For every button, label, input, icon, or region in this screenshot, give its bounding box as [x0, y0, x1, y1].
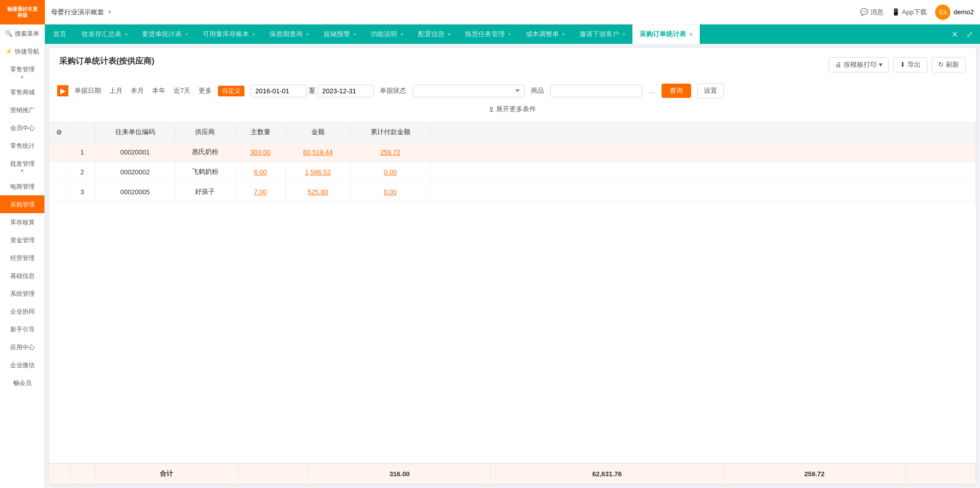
tab-order-stats[interactable]: 要货单统计表 ×	[135, 24, 195, 44]
user-profile[interactable]: Ea demo2	[935, 5, 974, 20]
tab-receive-send[interactable]: 收发存汇总表 ×	[75, 24, 135, 44]
tab-available-inv-close[interactable]: ×	[252, 31, 255, 37]
tab-overstock-warning[interactable]: 超储预警 ×	[316, 24, 363, 44]
query-button[interactable]: 查询	[662, 84, 691, 98]
workspace-dropdown-icon[interactable]: ▾	[108, 9, 111, 15]
tab-overstock-warning-close[interactable]: ×	[353, 31, 356, 37]
tab-config-info-close[interactable]: ×	[448, 31, 451, 37]
sidebar-item-finance-mgmt[interactable]: 资金管理	[0, 231, 44, 249]
footer-cum-paid: 259.72	[804, 470, 825, 478]
filter-collapse-button[interactable]: ▶	[57, 85, 68, 96]
tab-receive-send-close[interactable]: ×	[125, 31, 128, 37]
filter-row1: ▶ 单据日期 上月 本月 本年 近7天 更多 自定义 至	[57, 83, 968, 98]
tab-purchase-order-stats[interactable]: 采购订单统计表 ×	[632, 24, 699, 44]
sidebar-item-member-center[interactable]: 会员中心	[0, 119, 44, 137]
date-shortcut-last-month[interactable]: 上月	[107, 85, 125, 96]
sidebar-item-wholesale-mgmt[interactable]: 批发管理 ▼	[0, 155, 44, 177]
tab-invite-downstream[interactable]: 邀请下游客户 ×	[572, 24, 632, 44]
table-row: 2 00020002 飞鹤奶粉 6.00 1,586.52 0.00	[49, 162, 976, 182]
status-label: 单据状态	[380, 86, 406, 95]
tab-func-desc[interactable]: 功能说明 ×	[363, 24, 410, 44]
footer-amount: 62,631.76	[592, 470, 622, 478]
amount-link-3[interactable]: 525.80	[308, 188, 328, 196]
sidebar-item-marketing[interactable]: 营销推广	[0, 101, 44, 119]
tab-pick-task[interactable]: 拣货任务管理 ×	[458, 24, 518, 44]
date-custom-tag[interactable]: 自定义	[218, 86, 244, 96]
sidebar-item-enterprise-wechat[interactable]: 企业微信	[0, 356, 44, 374]
sidebar-item-new-guide[interactable]: 新手引导	[0, 320, 44, 338]
template-print-label: 按模板打印	[844, 60, 877, 69]
table-container: ⚙ 往来单位编码 供应商 主数量 金额 累计付款金额	[49, 122, 976, 463]
sidebar-item-ops-mgmt[interactable]: 经营管理	[0, 249, 44, 267]
sidebar-item-enterprise-collab[interactable]: 企业协同	[0, 302, 44, 320]
app-download-icon: 📱	[892, 8, 900, 16]
printer-icon: 🖨	[835, 61, 842, 68]
sidebar-item-retail-stats[interactable]: 零售统计	[0, 137, 44, 155]
tab-func-desc-close[interactable]: ×	[400, 31, 403, 37]
date-shortcut-more[interactable]: 更多	[197, 85, 214, 96]
sidebar-search[interactable]: 🔍 搜索菜单	[0, 24, 44, 42]
col-supplier: 供应商	[175, 122, 235, 142]
date-to-input[interactable]	[317, 85, 374, 97]
cell-extra-3	[430, 182, 975, 202]
sidebar-item-sys-mgmt[interactable]: 系统管理	[0, 285, 44, 302]
tab-cost-adjust-close[interactable]: ×	[562, 31, 565, 37]
maximize-tab-button[interactable]: ⤢	[963, 29, 976, 40]
date-from-input[interactable]	[251, 85, 307, 97]
date-separator: 至	[309, 86, 315, 95]
template-print-button[interactable]: 🖨 按模板打印 ▾	[828, 57, 889, 72]
template-print-dropdown-icon[interactable]: ▾	[879, 61, 883, 68]
table-row: 1 00020001 惠氏奶粉 303.00 60,519.44 259.72	[49, 142, 976, 162]
tab-receive-send-label: 收发存汇总表	[82, 30, 121, 39]
sidebar-item-app-center[interactable]: 应用中心	[0, 338, 44, 356]
tab-home[interactable]: 首页	[45, 24, 75, 44]
date-shortcut-last-7[interactable]: 近7天	[172, 85, 192, 96]
tab-expiry-query[interactable]: 保质期查询 ×	[262, 24, 316, 44]
sidebar-item-retail-mgmt[interactable]: 零售管理 ▲	[0, 60, 44, 83]
date-shortcut-this-month[interactable]: 本月	[129, 85, 146, 96]
cell-no-3: 3	[69, 182, 95, 202]
cum-paid-link-1[interactable]: 259.72	[380, 148, 401, 156]
app-download-button[interactable]: 📱 App下载	[892, 8, 927, 17]
tab-cost-adjust[interactable]: 成本调整单 ×	[519, 24, 572, 44]
status-select[interactable]	[412, 85, 525, 97]
message-button[interactable]: 💬 消息	[860, 8, 884, 17]
sidebar-item-ecommerce-mgmt[interactable]: 电商管理	[0, 177, 44, 195]
tab-invite-downstream-close[interactable]: ×	[622, 31, 625, 37]
sidebar-item-retail-shop[interactable]: 零售商城	[0, 83, 44, 101]
expand-more-button[interactable]: ⊻ 展开更多条件	[489, 101, 536, 117]
sidebar-item-purchase-mgmt[interactable]: 采购管理	[0, 195, 44, 213]
cum-paid-link-2[interactable]: 0.00	[384, 168, 397, 176]
main-qty-link-1[interactable]: 303.00	[250, 148, 271, 156]
tab-order-stats-close[interactable]: ×	[185, 31, 188, 37]
topbar: 母婴行业演示账套 ▾ 💬 消息 📱 App下载 Ea demo2	[45, 0, 980, 24]
export-button[interactable]: ⬇ 导出	[893, 57, 927, 72]
amount-link-2[interactable]: 1,586.52	[305, 168, 331, 176]
main-qty-link-3[interactable]: 7.00	[254, 188, 266, 196]
close-current-tab-button[interactable]: ✕	[948, 29, 961, 40]
settings-button[interactable]: 设置	[697, 83, 724, 98]
refresh-button[interactable]: ↻ 刷新	[932, 57, 966, 72]
tab-purchase-order-stats-close[interactable]: ×	[689, 31, 692, 37]
tab-config-info[interactable]: 配置信息 ×	[411, 24, 458, 44]
tab-pick-task-close[interactable]: ×	[508, 31, 511, 37]
sidebar-item-vip-member[interactable]: 畅会员	[0, 374, 44, 392]
topbar-left: 母婴行业演示账套 ▾	[51, 8, 111, 17]
footer-cell-label: 合计	[95, 464, 238, 484]
main-qty-link-2[interactable]: 6.00	[254, 168, 266, 176]
workspace-title: 母婴行业演示账套	[51, 8, 104, 17]
goods-input[interactable]	[550, 85, 642, 97]
cum-paid-link-3[interactable]: 0.00	[384, 188, 397, 196]
main-area: 母婴行业演示账套 ▾ 💬 消息 📱 App下载 Ea demo2 首页	[45, 0, 980, 488]
sidebar-shortcut[interactable]: ⚡ 快捷导航	[0, 42, 44, 60]
sidebar-item-basic-info[interactable]: 基础信息	[0, 267, 44, 285]
settings-gear-icon[interactable]: ⚙	[56, 129, 62, 136]
amount-link-1[interactable]: 60,519.44	[303, 148, 333, 156]
cell-amount-3: 525.80	[286, 182, 350, 202]
avatar-text: Ea	[939, 9, 947, 16]
goods-more-button[interactable]: ...	[648, 86, 655, 95]
sidebar-item-inventory-check[interactable]: 库存核算	[0, 213, 44, 231]
tab-expiry-query-close[interactable]: ×	[306, 31, 309, 37]
tab-available-inv[interactable]: 可用量库存账本 ×	[195, 24, 262, 44]
date-shortcut-this-year[interactable]: 本年	[150, 85, 167, 96]
